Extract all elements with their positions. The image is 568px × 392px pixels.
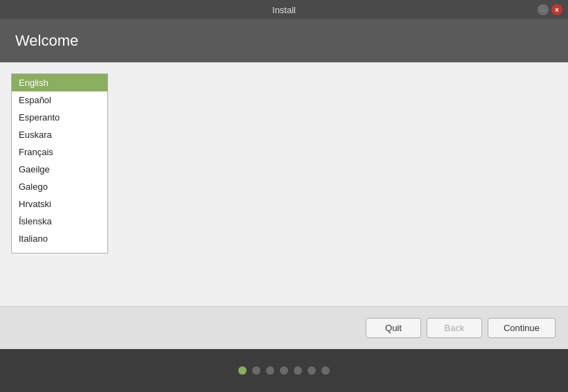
continue-button[interactable]: Continue xyxy=(488,318,556,338)
language-item-esperanto[interactable]: Esperanto xyxy=(12,109,107,126)
language-item-gaeilge[interactable]: Gaeilge xyxy=(12,161,107,178)
progress-dot-1 xyxy=(252,366,260,375)
close-button[interactable]: × xyxy=(551,4,562,15)
taskbar xyxy=(0,349,568,392)
language-list[interactable]: EnglishEspañolEsperantoEuskaraFrançaisGa… xyxy=(11,73,108,253)
language-item-espanol[interactable]: Español xyxy=(12,91,107,109)
quit-button[interactable]: Quit xyxy=(366,318,421,338)
language-item-kurdi[interactable]: Kurdî xyxy=(12,247,107,253)
minimize-button[interactable]: – xyxy=(538,4,549,15)
language-item-islenska[interactable]: Íslenska xyxy=(12,213,107,230)
title-bar: Install – × xyxy=(0,0,568,19)
progress-dot-6 xyxy=(321,366,330,375)
main-window: Welcome EnglishEspañolEsperantoEuskaraFr… xyxy=(0,19,568,349)
progress-dot-5 xyxy=(308,366,316,375)
header: Welcome xyxy=(0,19,568,62)
language-item-galego[interactable]: Galego xyxy=(12,178,107,195)
progress-dot-2 xyxy=(266,366,274,375)
language-item-english[interactable]: English xyxy=(12,74,107,91)
footer: Quit Back Continue xyxy=(0,306,568,349)
language-item-italiano[interactable]: Italiano xyxy=(12,230,107,247)
language-item-euskara[interactable]: Euskara xyxy=(12,126,107,143)
progress-dot-3 xyxy=(280,366,288,375)
progress-dot-0 xyxy=(238,366,247,375)
window-controls: – × xyxy=(538,4,562,15)
back-button: Back xyxy=(427,318,482,338)
page-title: Welcome xyxy=(15,32,78,49)
language-item-francais[interactable]: Français xyxy=(12,143,107,161)
window-title: Install xyxy=(272,5,296,15)
content-area: EnglishEspañolEsperantoEuskaraFrançaisGa… xyxy=(0,62,568,306)
progress-dot-4 xyxy=(294,366,302,375)
language-item-hrvatski[interactable]: Hrvatski xyxy=(12,195,107,213)
